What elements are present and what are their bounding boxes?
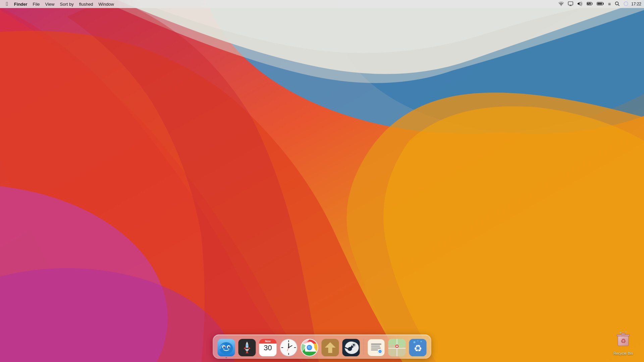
app1-icon [368, 339, 385, 356]
svg-rect-49 [371, 346, 380, 346]
svg-line-11 [618, 4, 619, 6]
dock-item-finder[interactable] [217, 337, 236, 356]
dock-item-app2[interactable] [387, 337, 407, 356]
calendar-month: Nov [259, 339, 277, 344]
svg-point-66 [417, 341, 418, 342]
calendar-date: 30 [264, 344, 272, 352]
svg-point-38 [288, 347, 289, 348]
svg-point-64 [414, 341, 416, 343]
calendar-icon: Nov 30 [259, 339, 277, 356]
menu-extras-icon[interactable]: ≡ [607, 1, 612, 7]
dock-item-clock[interactable] [279, 337, 299, 356]
svg-point-23 [223, 346, 225, 348]
svg-point-61 [396, 346, 398, 347]
finder-icon [218, 339, 235, 356]
dock-item-launchpad[interactable] [237, 337, 257, 356]
svg-point-54 [379, 351, 381, 353]
finder-dot [226, 357, 227, 358]
recycle-bin[interactable]: ♻ Recycle Bin [612, 328, 634, 355]
menubar-time: 17:22 [631, 2, 641, 6]
dock-separator [364, 339, 364, 355]
battery-charging-icon[interactable] [586, 2, 594, 7]
dock-item-trash[interactable]: ♻ [408, 337, 428, 356]
svg-text:♻: ♻ [414, 343, 422, 354]
recycle-bin-label: Recycle Bin [613, 351, 633, 355]
svg-point-16 [620, 332, 621, 333]
app2-icon [388, 339, 406, 356]
menubar:  Finder File View Sort by flushed Windo… [0, 0, 644, 8]
view-menu[interactable]: View [43, 1, 57, 7]
svg-point-65 [421, 341, 422, 342]
svg-rect-51 [371, 350, 378, 350]
dock-item-app1[interactable] [367, 337, 386, 356]
finder-menu[interactable]: Finder [11, 1, 30, 7]
svg-point-17 [626, 331, 627, 333]
gitbutler-icon [322, 339, 339, 356]
svg-point-28 [246, 344, 248, 347]
svg-rect-9 [597, 3, 602, 5]
menubar-right: ≡ 〇 17:22 [557, 1, 641, 7]
dock-trash-icon: ♻ [409, 339, 427, 356]
dock: Nov 30 [213, 335, 431, 359]
svg-point-18 [623, 331, 624, 332]
svg-text:♻: ♻ [621, 338, 626, 345]
dock-container: Nov 30 [213, 335, 431, 359]
wifi-icon[interactable] [557, 1, 565, 7]
launchpad-icon [238, 339, 256, 356]
svg-rect-50 [371, 348, 381, 348]
clock-icon [280, 339, 298, 356]
desktop:  Finder File View Sort by flushed Windo… [0, 0, 644, 362]
svg-point-20 [220, 342, 233, 354]
siri-icon[interactable]: 〇 [623, 1, 629, 7]
flushed-menu[interactable]: flushed [76, 1, 96, 7]
display-icon[interactable] [567, 1, 574, 7]
volume-icon[interactable] [576, 1, 584, 7]
svg-rect-48 [371, 344, 381, 344]
dock-item-gitbutler[interactable] [321, 337, 340, 356]
svg-point-25 [224, 347, 225, 347]
svg-point-24 [228, 346, 230, 348]
dock-item-calendar[interactable]: Nov 30 [258, 337, 278, 356]
chrome-icon [301, 339, 318, 356]
wallpaper [0, 0, 644, 362]
spotlight-icon[interactable] [614, 1, 621, 7]
svg-point-43 [308, 346, 310, 348]
recycle-bin-icon: ♻ [612, 328, 634, 350]
sortby-menu[interactable]: Sort by [57, 1, 76, 7]
dock-item-steam[interactable] [341, 337, 361, 356]
svg-point-42 [308, 346, 311, 349]
apple-menu[interactable]:  [3, 1, 11, 7]
menubar-left:  Finder File View Sort by flushed Windo… [3, 1, 557, 7]
svg-point-26 [229, 347, 230, 347]
file-menu[interactable]: File [30, 1, 43, 7]
svg-rect-14 [621, 333, 625, 335]
window-menu[interactable]: Window [96, 1, 117, 7]
dock-item-chrome[interactable] [300, 337, 319, 356]
steam-icon [342, 339, 360, 356]
svg-rect-5 [568, 2, 573, 5]
battery-icon[interactable] [596, 2, 605, 7]
